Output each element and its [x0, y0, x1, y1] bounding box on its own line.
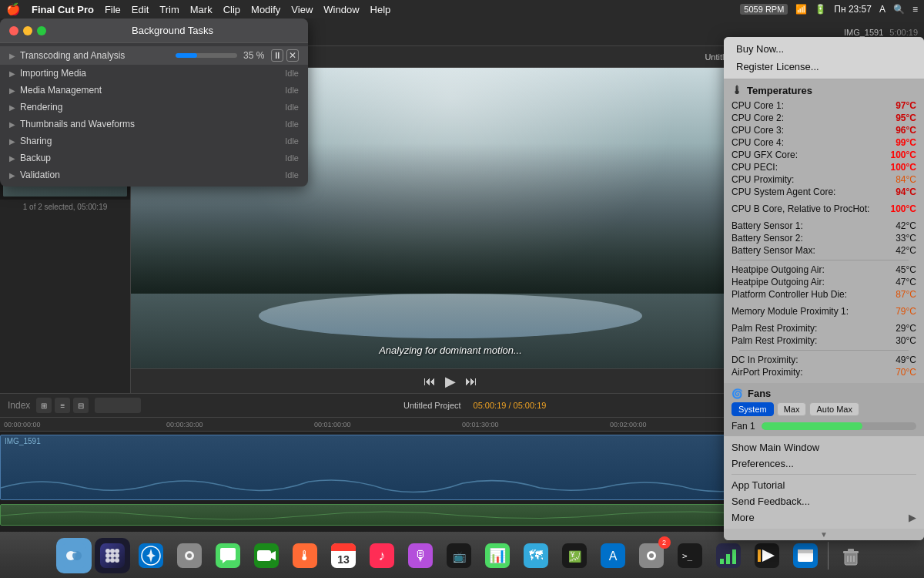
task-expand-arrow[interactable]: ▶: [9, 103, 15, 112]
task-name: Transcoding and Analysis: [20, 50, 176, 61]
task-stop-btn[interactable]: ✕: [286, 49, 299, 62]
index-btn[interactable]: Index: [8, 400, 30, 411]
dock-icon-finder2[interactable]: [788, 538, 823, 573]
dock-icon-launchpad[interactable]: [95, 538, 130, 573]
timeline-btn-2[interactable]: ≡: [55, 398, 70, 413]
search-icon[interactable]: 🔍: [893, 4, 905, 15]
dock-icon-trash[interactable]: [833, 538, 869, 573]
register-license-item[interactable]: Register License...: [724, 58, 924, 76]
task-expand-arrow[interactable]: ▶: [9, 120, 15, 129]
menu-trim[interactable]: Trim: [159, 4, 179, 15]
buy-now-item[interactable]: Buy Now...: [724, 40, 924, 58]
dock-icon-stats[interactable]: [711, 538, 746, 573]
task-expand-arrow[interactable]: ▶: [9, 52, 15, 60]
temp-row-bat1: Battery Sensor 1: 42°C: [732, 220, 916, 232]
task-expand-arrow[interactable]: ▶: [9, 137, 15, 146]
minimize-button[interactable]: [23, 26, 32, 35]
dock-icon-appstore[interactable]: A: [595, 538, 631, 573]
task-status: Idle: [285, 69, 299, 78]
menu-view[interactable]: View: [291, 4, 313, 15]
menu-window[interactable]: Window: [323, 4, 359, 15]
fan-system-btn[interactable]: System: [732, 402, 774, 416]
svg-text:>_: >_: [682, 551, 693, 561]
scroll-down-arrow[interactable]: ▼: [724, 529, 924, 540]
task-expand-arrow[interactable]: ▶: [9, 69, 15, 78]
wifi-icon: 📶: [795, 4, 807, 15]
fans-section: 🌀 Fans System Max Auto Max Fan 1: [724, 383, 924, 436]
task-row-backup: ▶ Backup Idle: [0, 150, 308, 166]
temp-value: 33°C: [896, 233, 916, 244]
dock-icon-messages[interactable]: [210, 538, 246, 573]
next-frame-btn[interactable]: ⏭: [465, 375, 477, 388]
dock-icon-maps[interactable]: 🗺: [518, 538, 554, 573]
play-btn[interactable]: ▶: [445, 373, 456, 390]
task-progress-bar: [176, 53, 237, 58]
fan-auto-max-btn[interactable]: Auto Max: [809, 402, 859, 416]
dock-icon-appletv[interactable]: 📺: [441, 538, 477, 573]
ruler-mark-4: 00:02:00:00: [610, 421, 647, 428]
task-expand-arrow[interactable]: ▶: [9, 171, 15, 180]
show-main-window-item[interactable]: Show Main Window: [732, 439, 916, 455]
temp-value: 30°C: [896, 335, 916, 346]
menu-mark[interactable]: Mark: [190, 4, 213, 15]
control-icon[interactable]: ≡: [912, 4, 918, 15]
dock-icon-safari[interactable]: [133, 538, 169, 573]
apple-menu[interactable]: 🍎: [6, 2, 21, 16]
more-item[interactable]: More ▶: [732, 509, 916, 526]
fan-icon: 🌀: [732, 388, 743, 399]
task-row-media-mgmt: ▶ Media Management Idle: [0, 82, 308, 99]
fan-max-btn[interactable]: Max: [777, 402, 807, 416]
menu-file[interactable]: File: [105, 4, 121, 15]
dock-icon-podcast[interactable]: 🎙: [403, 538, 438, 573]
menu-clip[interactable]: Clip: [223, 4, 240, 15]
svg-text:🗺: 🗺: [529, 548, 543, 563]
app-tutorial-item[interactable]: App Tutorial: [732, 477, 916, 493]
task-row-rendering: ▶ Rendering Idle: [0, 99, 308, 116]
dock-icon-facetime[interactable]: [249, 538, 284, 573]
task-row-transcoding: ▶ Transcoding and Analysis 35 % ⏸ ✕: [0, 46, 308, 65]
dock-icon-finder[interactable]: [56, 538, 92, 573]
temp-value: 49°C: [896, 355, 916, 365]
task-name: Rendering: [20, 102, 285, 113]
send-feedback-item[interactable]: Send Feedback...: [732, 493, 916, 509]
temp-label: AirPort Proximity:: [732, 367, 803, 378]
menu-help[interactable]: Help: [370, 4, 391, 15]
task-pause-btn[interactable]: ⏸: [271, 49, 283, 62]
dock-icon-music[interactable]: ♪: [364, 538, 400, 573]
dock-icon-terminal[interactable]: >_: [672, 538, 708, 573]
background-tasks-panel: Background Tasks ▶ Transcoding and Analy…: [0, 18, 308, 187]
dock-icon-numbers[interactable]: 📊: [480, 538, 515, 573]
thermometer-icon: 🌡: [732, 84, 742, 96]
close-button[interactable]: [9, 26, 18, 35]
menu-modify[interactable]: Modify: [251, 4, 280, 15]
temp-value: 94°C: [896, 187, 916, 197]
timeline-zoom-control[interactable]: [95, 398, 141, 413]
task-status: Idle: [285, 86, 299, 95]
temp-row-bcore: CPU B Core, Relative to ProcHot: 100°C: [732, 203, 916, 215]
browser-selection-info: 1 of 2 selected, 05:00:19: [0, 200, 130, 214]
dock-icon-calendar[interactable]: 13: [326, 538, 361, 573]
timeline-btn-3[interactable]: ⊟: [73, 398, 89, 413]
task-row-thumbnails: ▶ Thumbnails and Waveforms Idle: [0, 116, 308, 133]
dock-icon-thermometer[interactable]: 🌡: [287, 538, 323, 573]
dock-icon-finalcut[interactable]: [749, 538, 785, 573]
prev-frame-btn[interactable]: ⏮: [424, 375, 436, 388]
svg-point-6: [115, 549, 119, 553]
dock-icon-stocks[interactable]: 💹: [557, 538, 592, 573]
temp-row-proximity: CPU Proximity: 84°C: [732, 173, 916, 186]
timeline-btn-1[interactable]: ⊞: [36, 398, 52, 413]
temp-label: CPU GFX Core:: [732, 150, 798, 160]
maximize-button[interactable]: [37, 26, 46, 35]
preferences-item[interactable]: Preferences...: [732, 455, 916, 472]
task-expand-arrow[interactable]: ▶: [9, 154, 15, 163]
dock-icon-system-prefs[interactable]: [172, 538, 207, 573]
svg-rect-57: [798, 549, 813, 553]
rpm-badge: 5059 RPM: [740, 4, 788, 15]
menu-edit[interactable]: Edit: [132, 4, 149, 15]
temp-value: 45°C: [896, 264, 916, 275]
task-expand-arrow[interactable]: ▶: [9, 86, 15, 95]
temp-row-sysagent: CPU System Agent Core: 94°C: [732, 186, 916, 198]
dock-icon-sysprefs2[interactable]: 2: [634, 538, 669, 573]
temp-value: 96°C: [896, 125, 916, 136]
app-name[interactable]: Final Cut Pro: [32, 4, 94, 15]
